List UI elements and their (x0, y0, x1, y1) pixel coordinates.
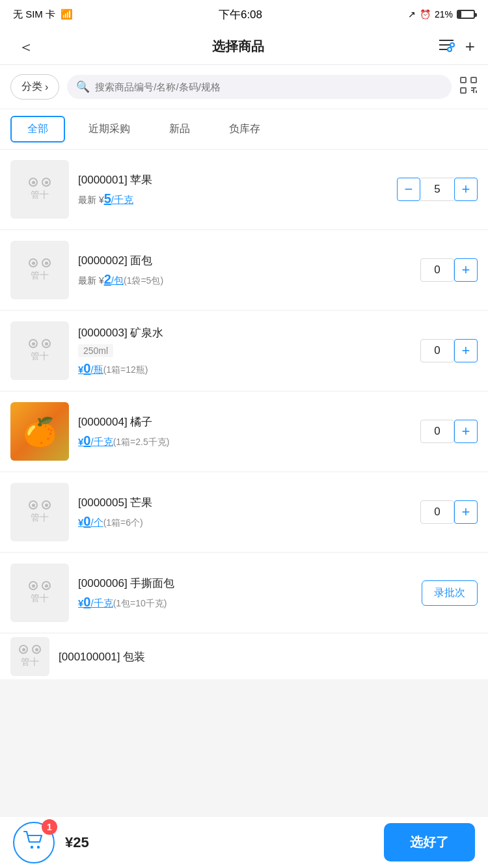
status-right: ↗ ⏰ 21% (408, 9, 475, 20)
product-image-7: 管十 (10, 637, 49, 676)
price-extra-5: (1箱=6个) (103, 517, 143, 528)
tab-new[interactable]: 新品 (154, 116, 206, 142)
price-unit-4: /千克 (90, 436, 113, 447)
owl-eye-right (42, 339, 51, 348)
alarm-icon: ⏰ (420, 9, 431, 20)
product-name-4: [0000004] 橘子 (78, 414, 411, 429)
price-unit-2: /包 (111, 275, 124, 286)
owl-eye-right (42, 258, 51, 267)
page-title: 选择商品 (212, 38, 264, 55)
svg-point-13 (37, 846, 40, 848)
back-button[interactable]: ＜ (13, 31, 39, 62)
owl-brand-text: 管十 (21, 657, 39, 668)
battery-percent: 21% (435, 9, 453, 20)
product-name-1: [0000001] 苹果 (78, 172, 388, 187)
product-image-5: 管十 (10, 483, 69, 541)
owl-logo: 管十 (29, 500, 51, 524)
product-image-1: 管十 (10, 160, 69, 219)
tab-recent[interactable]: 近期采购 (73, 116, 146, 142)
owl-brand-text: 管十 (31, 351, 49, 362)
product-price-2: 最新 ¥2/包(1袋=5包) (78, 272, 411, 287)
product-name-2: [0000002] 面包 (78, 253, 411, 268)
record-batch-button-6[interactable]: 录批次 (422, 580, 478, 606)
owl-eye-left (29, 258, 38, 267)
price-value-5: 0 (83, 514, 90, 528)
product-price-1: 最新 ¥5/千克 (78, 191, 388, 206)
price-value-6: 0 (83, 595, 90, 609)
product-image-3: 管十 (10, 321, 69, 380)
price-extra-6: (1包=10千克) (113, 598, 167, 608)
quantity-input-5[interactable] (420, 500, 454, 524)
owl-eye-right (42, 500, 51, 509)
price-label-2: 最新 ¥ (78, 275, 104, 286)
price-extra-3: (1箱=12瓶) (103, 364, 148, 375)
price-unit-3: /瓶 (90, 364, 103, 375)
tabs-bar: 全部 近期采购 新品 负库存 (0, 109, 488, 150)
filter-bar: 分类 › 🔍 (0, 65, 488, 109)
product-image-6: 管十 (10, 563, 69, 622)
quantity-input-4[interactable] (420, 420, 454, 443)
search-input[interactable] (95, 81, 442, 92)
list-item: 🍊 [0000004] 橘子 ¥0/千克(1箱=2.5千克) + (0, 392, 488, 471)
product-price-5: ¥0/个(1箱=6个) (78, 514, 411, 529)
increase-button-3[interactable]: + (454, 339, 478, 362)
product-name-6: [0000006] 手撕面包 (78, 576, 413, 591)
owl-eyes (29, 339, 51, 348)
product-info-6: [0000006] 手撕面包 ¥0/千克(1包=10千克) (78, 576, 413, 610)
increase-button-2[interactable]: + (454, 258, 478, 282)
orange-emoji: 🍊 (23, 416, 57, 448)
price-value-1: 5 (104, 191, 111, 206)
product-name-5: [0000005] 芒果 (78, 495, 411, 510)
product-info-1: [0000001] 苹果 最新 ¥5/千克 (78, 172, 388, 206)
search-icon: 🔍 (76, 80, 90, 94)
price-unit-1: /千克 (111, 194, 133, 205)
owl-eye-left (29, 581, 38, 590)
decrease-button-1[interactable]: − (397, 178, 420, 201)
scan-icon[interactable] (459, 76, 478, 98)
product-name-7: [000100001] 包装 (59, 649, 478, 664)
list-item: 管十 [0000002] 面包 最新 ¥2/包(1袋=5包) + (0, 230, 488, 310)
status-time: 下午6:08 (219, 7, 262, 22)
svg-rect-5 (461, 77, 466, 83)
owl-logo: 管十 (29, 581, 51, 604)
price-extra-2: (1袋=5包) (124, 275, 163, 286)
cart-button[interactable]: 1 (13, 822, 55, 863)
tab-negative[interactable]: 负库存 (213, 116, 276, 142)
price-extra-4: (1箱=2.5千克) (113, 437, 170, 447)
category-chevron: › (45, 81, 48, 93)
status-left: 无 SIM 卡 📶 (13, 8, 73, 21)
tab-all[interactable]: 全部 (10, 116, 65, 142)
product-price-6: ¥0/千克(1包=10千克) (78, 595, 413, 610)
product-image-4: 🍊 (10, 402, 69, 461)
bottom-bar: 1 ¥25 选好了 (0, 816, 488, 868)
owl-logo: 管十 (29, 339, 51, 362)
increase-button-5[interactable]: + (454, 500, 478, 524)
increase-button-4[interactable]: + (454, 420, 478, 443)
category-button[interactable]: 分类 › (10, 74, 59, 100)
product-info-7: [000100001] 包装 (59, 649, 478, 664)
owl-eye-left (29, 178, 38, 187)
price-unit-5: /个 (90, 517, 103, 528)
location-icon: ↗ (408, 9, 416, 20)
owl-brand-text: 管十 (31, 189, 49, 201)
product-price-4: ¥0/千克(1箱=2.5千克) (78, 433, 411, 448)
price-value-3: 0 (83, 361, 90, 375)
owl-eye-left (19, 645, 28, 654)
confirm-button[interactable]: 选好了 (384, 823, 475, 861)
list-item: 管十 [0000006] 手撕面包 ¥0/千克(1包=10千克) 录批次 (0, 553, 488, 632)
quantity-input-2[interactable] (420, 258, 454, 282)
quantity-control-3: + (420, 339, 478, 362)
filter-icon[interactable] (438, 38, 455, 56)
category-label: 分类 (21, 80, 42, 94)
product-price-3: ¥0/瓶(1箱=12瓶) (78, 361, 411, 376)
add-icon[interactable]: + (465, 36, 475, 57)
owl-eye-right (42, 178, 51, 187)
list-item: 管十 [000100001] 包装 (0, 634, 488, 679)
product-info-2: [0000002] 面包 最新 ¥2/包(1袋=5包) (78, 253, 411, 287)
price-label-1: 最新 ¥ (78, 195, 104, 205)
quantity-input-1[interactable] (420, 178, 454, 201)
owl-logo: 管十 (29, 178, 51, 201)
svg-point-3 (450, 43, 454, 47)
increase-button-1[interactable]: + (454, 178, 478, 201)
quantity-input-3[interactable] (420, 339, 454, 362)
